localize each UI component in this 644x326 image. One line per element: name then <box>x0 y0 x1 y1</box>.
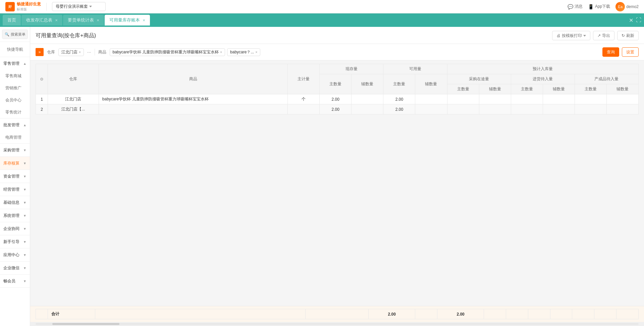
cell-stock-aux-2 <box>352 104 383 114</box>
operations-label: 经营管理 <box>3 187 19 192</box>
purchase-arrow: ▼ <box>23 148 26 152</box>
top-bar-right: 💬 消息 📱 App下载 Ea demo2 <box>568 2 639 11</box>
product-tag-1-close[interactable]: × <box>220 50 222 54</box>
sidebar-group-wechat: 企业微信 ▼ <box>0 262 30 275</box>
query-btn[interactable]: 查询 <box>602 47 619 57</box>
base-arrow: ▼ <box>23 201 26 204</box>
sidebar-group-collab-header[interactable]: 企业协同 ▼ <box>0 222 30 235</box>
app-icon: 📱 <box>588 4 594 9</box>
app-download-label: App下载 <box>595 4 610 9</box>
product-tag-2-close[interactable]: × <box>255 50 257 54</box>
th-stock-aux: 辅数量 <box>352 74 383 94</box>
cell-stock-main-1: 2.00 <box>320 94 352 104</box>
cell-avail-main-2: 2.00 <box>383 104 415 114</box>
collab-label: 企业协同 <box>3 226 19 232</box>
sidebar-group-base-header[interactable]: 基础信息 ▼ <box>0 196 30 209</box>
close-window-icon[interactable]: ✕ <box>629 17 633 24</box>
sidebar-group-changhui-header[interactable]: 畅会员 ▼ <box>0 275 30 287</box>
sidebar-group-guide-header[interactable]: 新手引导 ▼ <box>0 235 30 248</box>
tab-available-stock-close[interactable]: ✕ <box>143 18 145 22</box>
warehouse-more-btn[interactable]: ··· <box>87 49 91 55</box>
tab-order-stats[interactable]: 要货单统计表 ✕ <box>63 15 104 26</box>
setting-btn[interactable]: 设置 <box>622 47 639 57</box>
sidebar-group-inventory: 库存核算 ▼ <box>0 157 30 170</box>
sidebar-item-marketing[interactable]: 营销推广 <box>0 82 30 94</box>
table-row: 2 江北门店【... 2.00 2.00 <box>36 104 639 114</box>
product-tag-2-text: babycare？... <box>230 49 254 55</box>
tab-receipts[interactable]: 收发存汇总表 ✕ <box>21 15 62 26</box>
gear-icon[interactable]: ⚙ <box>40 77 44 82</box>
logo-area: 好 畅捷通好生意 标准版 <box>5 1 41 12</box>
sidebar-item-quicknav[interactable]: 快捷导航 <box>0 43 30 55</box>
sidebar-group-operations-header[interactable]: 经营管理 ▼ <box>0 183 30 196</box>
filter-expand-btn[interactable]: » <box>36 48 44 56</box>
retail-label: 零售管理 <box>3 61 19 66</box>
export-btn[interactable]: ↗ 导出 <box>593 31 614 40</box>
warehouse-tag-close[interactable]: × <box>79 50 81 54</box>
sidebar-group-retail-header[interactable]: 零售管理 ▲ <box>0 57 30 70</box>
message-btn[interactable]: 💬 消息 <box>568 4 583 9</box>
cell-inc-aux-2 <box>543 104 575 114</box>
sidebar-group-purchase-header[interactable]: 采购管理 ▼ <box>0 144 30 156</box>
scroll-track <box>36 323 639 325</box>
sidebar: 🔍 搜索菜单 快捷导航 零售管理 ▲ 零售商城 营销推广 会员中心 零售统计 批… <box>0 27 30 326</box>
cell-avail-main-1: 2.00 <box>383 94 415 104</box>
product-tag-1-text: babycare学饮杯 儿童防摔防撞吸管杯重力球吸嘴杯宝宝水杯 <box>113 49 219 55</box>
th-main-unit: 主计量 <box>288 64 320 94</box>
sidebar-group-appcenter-header[interactable]: 应用中心 ▼ <box>0 248 30 261</box>
sidebar-item-retail-mall[interactable]: 零售商城 <box>0 70 30 82</box>
sidebar-group-inventory-header[interactable]: 库存核算 ▼ <box>0 157 30 170</box>
th-pur-main: 主数量 <box>447 84 479 94</box>
changhui-label: 畅会员 <box>3 278 15 284</box>
username: demo2 <box>626 4 639 9</box>
user-profile[interactable]: Ea demo2 <box>615 2 639 11</box>
sidebar-group-system: 系统管理 ▼ <box>0 209 30 222</box>
sidebar-item-ecommerce[interactable]: 电商管理 <box>0 131 30 143</box>
cell-prod-main-1 <box>575 94 606 104</box>
horizontal-scrollbar[interactable] <box>30 322 644 326</box>
logo-icon: 好 <box>5 2 15 11</box>
footer-stock-main: 2.00 <box>369 309 415 319</box>
industry-selector[interactable]: 母婴行业演示账套 <box>52 2 106 11</box>
sidebar-group-finance-header[interactable]: 资金管理 ▼ <box>0 170 30 183</box>
data-table: ⚙ 仓库 商品 主计量 现存量 可用量 预计入库量 主数量 辅数量 主数量 辅数… <box>36 64 639 114</box>
sidebar-search-btn[interactable]: 🔍 搜索菜单 <box>2 30 28 39</box>
sidebar-group-system-header[interactable]: 系统管理 ▼ <box>0 209 30 222</box>
footer-avail-main: 2.00 <box>437 309 484 319</box>
appcenter-arrow: ▼ <box>23 253 26 257</box>
tab-order-stats-close[interactable]: ✕ <box>97 18 99 22</box>
scroll-thumb[interactable] <box>52 323 119 325</box>
chevron-down-icon <box>89 6 92 7</box>
collab-arrow: ▼ <box>23 227 26 231</box>
top-bar: 好 畅捷通好生意 标准版 母婴行业演示账套 💬 消息 📱 App下载 Ea de… <box>0 0 644 13</box>
app-subtext: 标准版 <box>17 7 41 12</box>
app-download-btn[interactable]: 📱 App下载 <box>588 4 610 9</box>
maximize-icon[interactable]: ⛶ <box>636 17 641 23</box>
warehouse-tag: 江北门店 × <box>58 48 84 56</box>
tab-home[interactable]: 首页 <box>3 15 21 26</box>
tab-receipts-close[interactable]: ✕ <box>55 18 58 22</box>
sidebar-group-wechat-header[interactable]: 企业微信 ▼ <box>0 262 30 274</box>
cell-index-2: 2 <box>36 104 48 114</box>
product-filter-label: 商品 <box>98 49 106 55</box>
system-arrow: ▼ <box>23 214 26 218</box>
tab-available-stock[interactable]: 可用量库存账本 ✕ <box>105 15 150 26</box>
sidebar-item-member[interactable]: 会员中心 <box>0 94 30 106</box>
th-inc-aux: 辅数量 <box>543 84 575 94</box>
print-template-btn[interactable]: 🖨 按模板打印 <box>552 31 590 40</box>
cell-avail-aux-2 <box>415 104 447 114</box>
cell-pur-aux-1 <box>479 94 511 104</box>
cell-index-1: 1 <box>36 94 48 104</box>
main-layout: 🔍 搜索菜单 快捷导航 零售管理 ▲ 零售商城 营销推广 会员中心 零售统计 批… <box>0 27 644 326</box>
changhui-arrow: ▼ <box>23 279 26 283</box>
th-stock-main: 主数量 <box>320 74 352 94</box>
sidebar-group-guide: 新手引导 ▼ <box>0 235 30 248</box>
sidebar-item-retail-stats[interactable]: 零售统计 <box>0 106 30 118</box>
search-label: 搜索菜单 <box>11 32 25 37</box>
refresh-btn[interactable]: ↻ 刷新 <box>617 31 639 40</box>
message-icon: 💬 <box>568 4 573 9</box>
cell-pur-main-1 <box>447 94 479 104</box>
cell-pur-aux-2 <box>479 104 511 114</box>
cell-prod-aux-1 <box>606 94 638 104</box>
sidebar-group-wholesale-header[interactable]: 批发管理 ▲ <box>0 119 30 131</box>
